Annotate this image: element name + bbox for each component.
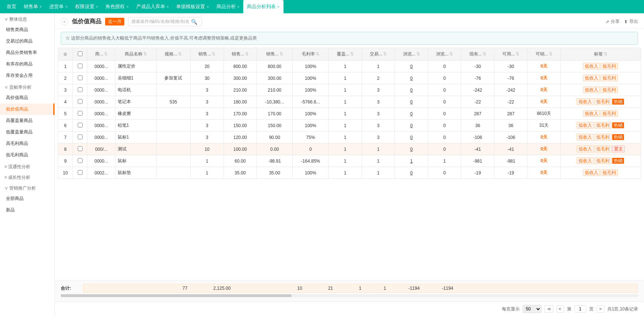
view-link[interactable]: 0 <box>410 99 413 105</box>
time-range-tag[interactable]: 近一月 <box>105 18 124 26</box>
nav-sales[interactable]: 销售单 × <box>20 0 46 13</box>
sidebar-group-circulation[interactable]: > 流通性分析 <box>0 161 54 171</box>
nav-analysis-list[interactable]: 商品分析列表 × <box>243 0 283 13</box>
col-tags[interactable]: 标签⇅ <box>560 48 641 61</box>
sidebar-item-sales-category[interactable]: 销售类商品 <box>0 24 54 35</box>
col-sales3[interactable]: 销售...⇅ <box>257 48 293 61</box>
sort-margin-icon[interactable]: ⇅ <box>316 51 319 57</box>
sort-transaction-icon[interactable]: ⇅ <box>383 51 387 57</box>
nav-role[interactable]: 角色授权 × <box>102 0 132 13</box>
nav-close-purchase[interactable]: × <box>65 4 67 9</box>
row-checkbox[interactable] <box>73 96 87 108</box>
col-checkbox[interactable] <box>73 48 87 61</box>
sidebar-group-overall[interactable]: ∨ 整体信息 <box>0 13 54 24</box>
col-current-stock[interactable]: 现有...⇅ <box>461 48 494 61</box>
row-select-checkbox[interactable] <box>78 146 83 151</box>
sort-sales1-icon[interactable]: ⇅ <box>212 51 215 57</box>
sidebar-item-high-margin[interactable]: 高毛利商品 <box>0 138 54 149</box>
row-col11[interactable]: 0 <box>395 108 428 120</box>
sort-tags-icon[interactable]: ⇅ <box>604 51 607 57</box>
sidebar-item-all-products[interactable]: 全部商品 <box>0 193 54 204</box>
row-select-checkbox[interactable] <box>78 158 83 163</box>
sidebar-item-low-coverage[interactable]: 低覆盖量商品 <box>0 126 54 138</box>
share-btn[interactable]: ⇗ 分享 <box>606 18 620 25</box>
nav-close-product-inbound[interactable]: × <box>167 4 169 9</box>
row-col11[interactable]: 0 <box>395 61 428 72</box>
row-checkbox[interactable] <box>73 72 87 84</box>
sort-view2-icon[interactable]: ⇅ <box>449 51 453 57</box>
nav-product-inbound[interactable]: 产成品入库单 × <box>133 0 172 13</box>
col-view1[interactable]: 浏览...⇅ <box>395 48 428 61</box>
sort-code-icon[interactable]: ⇅ <box>104 51 108 57</box>
view-link[interactable]: 0 <box>410 76 413 81</box>
row-select-checkbox[interactable] <box>78 64 83 68</box>
row-select-checkbox[interactable] <box>78 135 83 139</box>
search-box[interactable]: 搜索条件/编码/名称/规格/别名 🔍 <box>128 17 202 26</box>
sort-name-icon[interactable]: ⇅ <box>143 51 147 57</box>
nav-permission[interactable]: 权限设置 × <box>71 0 102 13</box>
row-checkbox[interactable] <box>73 167 87 179</box>
nav-close-role[interactable]: × <box>126 4 128 9</box>
view-link[interactable]: 0 <box>410 88 413 93</box>
sort-available-icon[interactable]: ⇅ <box>516 51 519 57</box>
row-col11[interactable]: 0 <box>395 72 428 84</box>
nav-home[interactable]: 首页 <box>3 0 20 13</box>
col-coverage[interactable]: 覆盖...⇅ <box>329 48 362 61</box>
row-select-checkbox[interactable] <box>78 170 83 175</box>
col-spec[interactable]: 规格...⇅ <box>156 48 191 61</box>
sidebar-item-high-value[interactable]: 高价值商品 <box>0 92 54 103</box>
row-checkbox[interactable] <box>73 108 87 120</box>
sidebar-item-traded[interactable]: 交易过的商品 <box>0 35 54 47</box>
col-code[interactable]: 商...⇅ <box>87 48 115 61</box>
sort-sales2-icon[interactable]: ⇅ <box>245 51 249 57</box>
select-all-checkbox[interactable] <box>78 51 83 56</box>
col-gear[interactable]: ⚙ <box>58 48 73 61</box>
nav-close-sales[interactable]: × <box>40 4 42 9</box>
sort-current-icon[interactable]: ⇅ <box>483 51 486 57</box>
sidebar-item-high-coverage[interactable]: 高覆盖量商品 <box>0 115 54 126</box>
view-link[interactable]: 0 <box>410 135 413 140</box>
row-checkbox[interactable] <box>73 155 87 167</box>
nav-template[interactable]: 单据模板设置 × <box>172 0 212 13</box>
col-name[interactable]: 商品名称⇅ <box>115 48 156 61</box>
sort-view1-icon[interactable]: ⇅ <box>416 51 420 57</box>
sidebar-item-new-products[interactable]: 新品 <box>0 204 54 216</box>
page-size-select[interactable]: 50 100 200 <box>523 305 541 313</box>
row-col11[interactable]: 0 <box>395 132 428 143</box>
row-col11[interactable]: 0 <box>395 167 428 179</box>
row-select-checkbox[interactable] <box>78 75 83 80</box>
row-checkbox[interactable] <box>73 132 87 143</box>
col-available[interactable]: 可用...⇅ <box>494 48 527 61</box>
nav-close-template[interactable]: × <box>207 4 209 9</box>
sort-spec-icon[interactable]: ⇅ <box>178 51 182 57</box>
sidebar-item-stock-goods[interactable]: 有库存的商品 <box>0 58 54 70</box>
sidebar-item-low-value[interactable]: 低价值商品 <box>0 103 54 115</box>
sidebar-group-growth[interactable]: > 成长性分析 <box>0 171 54 182</box>
view-link[interactable]: 1 <box>410 159 413 164</box>
view-link[interactable]: 0 <box>410 111 413 116</box>
row-col11[interactable]: 0 <box>395 84 428 96</box>
nav-close-product-analysis[interactable]: × <box>237 4 239 9</box>
page-number-input[interactable] <box>574 305 586 313</box>
sidebar-item-stock-capital[interactable]: 库存资金占用 <box>0 70 54 81</box>
collapse-sidebar-btn[interactable]: « <box>61 18 68 26</box>
nav-close-permission[interactable]: × <box>96 4 98 9</box>
col-sales2[interactable]: 销售...⇅ <box>224 48 257 61</box>
nav-close-analysis-list[interactable]: × <box>277 4 279 9</box>
export-btn[interactable]: ⬆ 导出 <box>624 18 638 25</box>
row-col11[interactable]: 0 <box>395 143 428 155</box>
row-checkbox[interactable] <box>73 61 87 72</box>
sidebar-item-low-margin[interactable]: 低毛利商品 <box>0 149 54 161</box>
sort-sellable-icon[interactable]: ⇅ <box>549 51 553 57</box>
view-link[interactable]: 0 <box>410 170 413 176</box>
row-checkbox[interactable] <box>73 120 87 132</box>
row-checkbox[interactable] <box>73 84 87 96</box>
col-margin[interactable]: 毛利率⇅ <box>292 48 329 61</box>
nav-purchase[interactable]: 进货单 × <box>46 0 71 13</box>
page-next-btn[interactable]: > <box>597 305 604 313</box>
sidebar-group-marketing[interactable]: ∨ 营销推广分析 <box>0 182 54 193</box>
row-col11[interactable]: 0 <box>395 120 428 132</box>
row-select-checkbox[interactable] <box>78 99 83 104</box>
row-col11[interactable]: 0 <box>395 96 428 108</box>
col-view2[interactable]: 浏览...⇅ <box>428 48 461 61</box>
